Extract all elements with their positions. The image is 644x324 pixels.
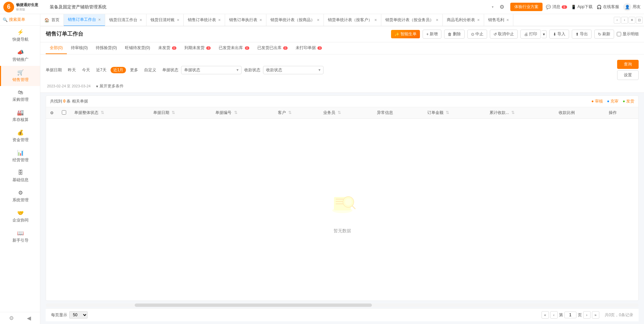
date-opt-7days[interactable]: 近7天 <box>94 67 109 74</box>
sidebar-search[interactable]: 🔍 搜索菜单 <box>0 14 40 26</box>
tab-home[interactable]: 🏠 首页 <box>40 14 64 26</box>
tab-close-sales-profit[interactable]: ✕ <box>506 18 509 22</box>
ship-action[interactable]: ● 发货 <box>622 98 634 104</box>
import-button[interactable]: ⬇ 导入 <box>549 30 569 39</box>
date-opt-yesterday[interactable]: 昨天 <box>66 67 78 74</box>
expand-filter-button[interactable]: ▾ 展开更多条件 <box>96 83 124 89</box>
sub-tab-pending-pick[interactable]: 待拣验货(0) <box>92 42 121 54</box>
tab-close-sales-order[interactable]: ✕ <box>98 18 101 22</box>
col-customer[interactable]: 客户 ⇅ <box>274 107 319 119</box>
tab-maximize[interactable]: ⊡ <box>636 17 643 24</box>
tab-order-exec[interactable]: 销售订单执行表 ✕ <box>225 14 266 26</box>
system-dropdown-arrow[interactable]: ▾ <box>492 5 493 9</box>
tab-sales-order[interactable]: 销售订单工作台 ✕ <box>64 14 105 26</box>
sidebar-item-inventory[interactable]: 🏭 库存核算 <box>0 106 40 126</box>
tab-sales-by-staff[interactable]: 销货单统计表（按业务员） ✕ <box>381 14 443 26</box>
col-checkbox[interactable] <box>58 107 70 119</box>
page-number-input[interactable] <box>564 312 576 318</box>
date-opt-more[interactable]: 更多 <box>128 67 140 74</box>
prev-page-button[interactable]: ‹ <box>550 311 558 319</box>
settings-footer-icon[interactable]: ⚙ <box>9 315 14 321</box>
tab-scroll-left[interactable]: ‹ <box>614 17 620 24</box>
sidebar-item-capital[interactable]: 💰 资金管理 <box>0 126 40 146</box>
col-collected[interactable]: 累计收款... ⇅ <box>485 107 555 119</box>
tab-close-order-stats[interactable]: ✕ <box>218 18 221 22</box>
print-button[interactable]: 🖨 打印 <box>520 30 541 39</box>
tab-close-sales-by-customer[interactable]: ✕ <box>374 18 377 22</box>
status-select[interactable]: 单据状态 ▾ <box>181 66 242 74</box>
tab-gross-margin[interactable]: 商品毛利分析表 ✕ <box>443 14 484 26</box>
tab-sales-by-customer[interactable]: 销货单统计表（按客户） ✕ <box>324 14 381 26</box>
user-menu[interactable]: 👤 用友 <box>623 3 641 11</box>
scroll-thumb[interactable] <box>135 303 372 307</box>
sidebar-item-guide[interactable]: 📖 新手引导 <box>0 227 40 247</box>
delete-button[interactable]: 🗑 删除 <box>444 30 465 39</box>
message-button[interactable]: 💬 消息 6 <box>546 4 567 10</box>
col-number[interactable]: 单据编号 ⇅ <box>211 107 273 119</box>
tab-scroll-right[interactable]: › <box>621 17 628 24</box>
tab-daily-clear[interactable]: 钱货日清工作台 ✕ <box>105 14 146 26</box>
cancel-stop-button[interactable]: ↺ 取消中止 <box>490 30 518 39</box>
filter-settings-button[interactable]: 设置 <box>617 70 639 80</box>
sidebar-item-base-info[interactable]: 🗄 基础信息 <box>0 166 40 186</box>
sidebar-item-sales[interactable]: 🛒 销售管理 <box>0 66 40 86</box>
sub-tab-wangpu-pending[interactable]: 旺铺待发货(0) <box>121 42 154 54</box>
select-all-checkbox[interactable] <box>62 110 66 115</box>
undo-review-action[interactable]: ● 充审 <box>607 98 619 104</box>
tab-close-order-exec[interactable]: ✕ <box>259 18 262 22</box>
collapse-icon[interactable]: ◀ <box>27 315 31 321</box>
online-service-button[interactable]: 🎧 在线客服 <box>597 4 619 10</box>
settings-icon[interactable]: ⚙ <box>500 4 504 10</box>
tab-reconcile[interactable]: 钱货日清对账 ✕ <box>146 14 184 26</box>
sub-tab-not-printed[interactable]: 未打印单据 0 <box>292 42 326 54</box>
next-page-button[interactable]: › <box>583 311 591 319</box>
new-button[interactable]: + 新增 <box>423 30 441 39</box>
sub-tab-not-shipped[interactable]: 未发货 0 <box>154 42 180 54</box>
tab-close-sales-by-staff[interactable]: ✕ <box>436 18 438 22</box>
tab-sales-by-product[interactable]: 销货单统计表（按商品） ✕ <box>266 14 324 26</box>
tab-order-stats[interactable]: 销售订单统计表 ✕ <box>184 14 225 26</box>
horizontal-scrollbar[interactable] <box>46 303 639 307</box>
date-opt-today[interactable]: 今天 <box>80 67 92 74</box>
sub-tab-all[interactable]: 全部(0) <box>46 42 67 54</box>
sidebar-item-purchase[interactable]: 🛍 采购管理 <box>0 86 40 106</box>
last-page-button[interactable]: » <box>592 311 599 319</box>
sidebar-item-operations[interactable]: 📊 经营管理 <box>0 146 40 166</box>
sub-tab-shipped-out[interactable]: 已发货已出库 0 <box>253 42 292 54</box>
sidebar-item-enterprise[interactable]: 🤝 企业协同 <box>0 206 40 227</box>
tab-close-reconcile[interactable]: ✕ <box>177 18 179 22</box>
app-download-button[interactable]: 📱 App下载 <box>571 4 593 10</box>
date-opt-1month[interactable]: 近1月 <box>111 67 126 73</box>
print-dropdown[interactable]: ▾ <box>542 30 547 38</box>
refresh-button[interactable]: ↻ 刷新 <box>594 30 614 39</box>
per-page-select[interactable]: 50 20 100 <box>69 311 88 319</box>
sidebar-item-quick-nav[interactable]: ⚡ 快捷导航 <box>0 26 40 46</box>
sub-tab-shipped-not-out[interactable]: 已发货未出库 0 <box>215 42 253 54</box>
query-button[interactable]: 查询 <box>617 60 639 69</box>
review-action[interactable]: ● 审核 <box>591 98 603 104</box>
stop-button[interactable]: ⊙ 中止 <box>467 30 487 39</box>
tab-close-gross-margin[interactable]: ✕ <box>477 18 480 22</box>
first-page-button[interactable]: « <box>542 311 549 319</box>
col-amount[interactable]: 订单金额 ⇅ <box>423 107 485 119</box>
tab-close-all[interactable]: ✕ <box>629 17 635 24</box>
date-opt-custom[interactable]: 自定义 <box>142 67 158 74</box>
sub-tab-overdue-not-shipped[interactable]: 到期未发货 0 <box>180 42 215 54</box>
sub-tab-pending-review[interactable]: 待审核(0) <box>67 42 92 54</box>
ai-generate-button[interactable]: ✨ 智能生单 <box>391 30 420 38</box>
show-detail-checkbox[interactable]: 显示明细 <box>617 31 639 37</box>
tab-close-daily-clear[interactable]: ✕ <box>139 18 142 22</box>
export-button[interactable]: ⬆ 导出 <box>572 30 592 39</box>
tab-close-sales-by-product[interactable]: ✕ <box>317 18 319 22</box>
industry-button[interactable]: 体验行业方案 <box>510 3 543 11</box>
col-status[interactable]: 单据整体状态 ⇅ <box>70 107 149 119</box>
sidebar-item-system[interactable]: ⚙ 系统管理 <box>0 186 40 206</box>
sidebar-item-marketing[interactable]: 📣 营销推广 <box>0 46 40 66</box>
col-date[interactable]: 单据日期 ⇅ <box>149 107 211 119</box>
sidebar-footer: ⚙ ◀ <box>0 312 40 324</box>
detail-checkbox-input[interactable] <box>617 32 621 36</box>
payment-select[interactable]: 收款状态 ▾ <box>263 66 324 74</box>
tab-sales-profit[interactable]: 销售毛利 ✕ <box>484 14 513 26</box>
col-staff[interactable]: 业务员 ⇅ <box>319 107 373 119</box>
col-settings[interactable]: ⚙ <box>46 107 58 119</box>
